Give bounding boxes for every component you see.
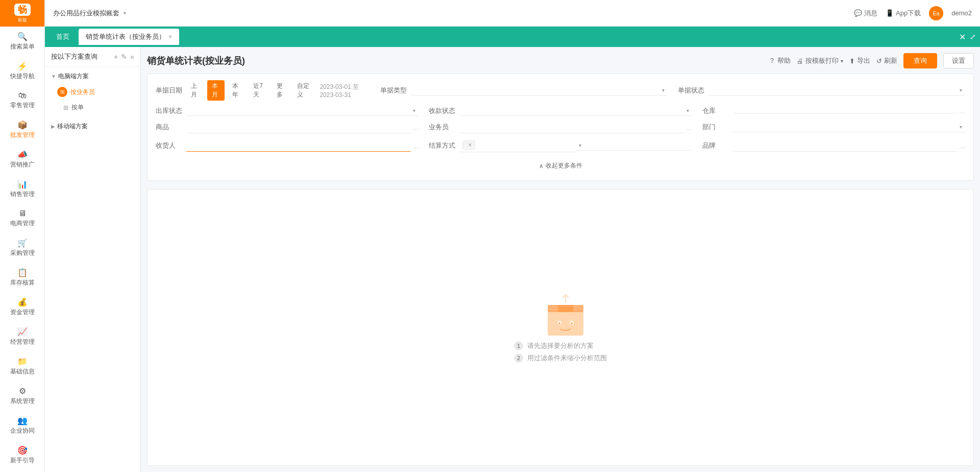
goods-input[interactable] bbox=[186, 121, 411, 133]
sidebar-item-search[interactable]: 🔍 搜索菜单 bbox=[0, 27, 44, 56]
tab-expand-button[interactable]: ✕ bbox=[959, 32, 966, 42]
collection-status-label: 收款状态 bbox=[429, 106, 459, 115]
consignee-more-icon[interactable]: ... bbox=[413, 141, 419, 150]
sidebar-item-purchase[interactable]: 🛒 采购管理 bbox=[0, 233, 44, 263]
help-button[interactable]: ？ 帮助 bbox=[769, 56, 791, 65]
bill-type-select[interactable]: ▾ bbox=[411, 85, 668, 96]
filter-field-warehouse: 仓库 ... bbox=[702, 106, 965, 115]
page-actions: ？ 帮助 🖨 按模板打印 ▾ ⬆ 导出 ↺ 刷新 bbox=[769, 53, 974, 68]
template-print-button[interactable]: 🖨 按模板打印 ▾ bbox=[797, 56, 843, 65]
brand-input[interactable] bbox=[733, 139, 958, 152]
date-label: 单据日期 bbox=[156, 86, 186, 95]
scheme-group-pc-title[interactable]: ▼ 电脑端方案 bbox=[45, 69, 140, 84]
page-title-bar: 销货单统计表(按业务员) ？ 帮助 🖨 按模板打印 ▾ ⬆ 导出 bbox=[147, 53, 974, 68]
sidebar-item-corp[interactable]: 👥 企业协同 bbox=[0, 411, 44, 440]
settlement-tag: × bbox=[462, 140, 475, 150]
salesperson-input[interactable] bbox=[459, 121, 684, 133]
svg-rect-2 bbox=[558, 305, 573, 312]
bill-status-select[interactable]: ▾ bbox=[708, 85, 965, 96]
out-status-select[interactable]: ▾ bbox=[186, 106, 419, 116]
print-icon: 🖨 bbox=[797, 57, 803, 65]
date-options: 上月 本月 本年 近7天 更多 自定义 2023-03-01 至 2023-03… bbox=[186, 80, 370, 101]
filter-field-brand: 品牌 ... bbox=[702, 139, 965, 152]
bill-status-arrow: ▾ bbox=[960, 87, 962, 93]
sidebar-item-basic[interactable]: 📁 基础信息 bbox=[0, 351, 44, 381]
sidebar-item-ecommerce[interactable]: 🖥 电商管理 bbox=[0, 204, 44, 233]
empty-state: 1 请先选择要分析的方案 2 用过滤条件来缩小分析范围 bbox=[147, 189, 974, 466]
app-download-button[interactable]: 📱 App下载 bbox=[886, 9, 921, 18]
filter-field-out-status: 出库状态 ▾ bbox=[156, 106, 419, 116]
salesperson-more-icon[interactable]: ... bbox=[686, 123, 692, 131]
hint-text-1: 请先选择要分析的方案 bbox=[527, 341, 594, 350]
sidebar-item-retail[interactable]: 🛍 零售管理 bbox=[0, 86, 44, 115]
sidebar-item-finance[interactable]: 💰 资金管理 bbox=[0, 292, 44, 322]
tab-close-icon[interactable]: × bbox=[168, 33, 172, 40]
sidebar-label-marketing: 营销推广 bbox=[10, 160, 35, 169]
filter-field-bill-status: 单据状态 ▾ bbox=[678, 85, 965, 96]
tab-maximize-button[interactable]: ⤢ bbox=[970, 33, 976, 41]
add-scheme-button[interactable]: + bbox=[114, 53, 118, 61]
filter-row-3: 商品 ... 业务员 ... 部门 ▾ bbox=[156, 121, 965, 133]
sub-scheme-icon: ⊞ bbox=[63, 104, 68, 111]
scheme-item-bill[interactable]: ⊞ 按单 bbox=[45, 100, 140, 115]
warehouse-label: 仓库 bbox=[702, 106, 733, 115]
collapse-label: 收起更多条件 bbox=[546, 161, 582, 170]
query-button[interactable]: 查询 bbox=[903, 53, 937, 68]
warehouse-select[interactable] bbox=[733, 109, 958, 113]
salesperson-label: 业务员 bbox=[429, 123, 459, 132]
date-btn-7days[interactable]: 近7天 bbox=[249, 80, 268, 101]
department-arrow: ▾ bbox=[960, 124, 962, 130]
date-btn-last-month[interactable]: 上月 bbox=[186, 80, 204, 101]
settlement-select[interactable]: ▾ bbox=[576, 140, 692, 151]
sidebar-item-system[interactable]: ⚙ 系统管理 bbox=[0, 381, 44, 411]
tab-sales-stat[interactable]: 销货单统计表（按业务员） × bbox=[79, 29, 179, 45]
sidebar-item-inventory[interactable]: 📋 库存核算 bbox=[0, 263, 44, 292]
refresh-button[interactable]: ↺ 刷新 bbox=[876, 56, 897, 65]
filter-field-consignee: 收货人 ... bbox=[156, 139, 419, 152]
date-btn-more[interactable]: 更多 bbox=[272, 80, 290, 101]
collection-status-select[interactable]: ▾ bbox=[459, 106, 692, 116]
goods-label: 商品 bbox=[156, 123, 186, 132]
sidebar-item-appstore[interactable]: 📱 应用中心 bbox=[0, 470, 44, 472]
date-btn-this-month[interactable]: 本月 bbox=[207, 80, 225, 101]
sidebar-label-search: 搜索菜单 bbox=[10, 42, 35, 51]
svg-point-5 bbox=[558, 322, 560, 324]
department-label: 部门 bbox=[702, 123, 733, 132]
scheme-item-bill-label: 按单 bbox=[71, 103, 84, 112]
refresh-icon: ↺ bbox=[876, 57, 882, 65]
scheme-item-salesperson[interactable]: 按 按业务员 bbox=[45, 84, 140, 100]
filter-panel: 单据日期 上月 本月 本年 近7天 更多 自定义 2023-03-01 至 20… bbox=[147, 74, 974, 181]
settings-button[interactable]: 设置 bbox=[943, 53, 974, 68]
date-btn-custom[interactable]: 自定义 bbox=[292, 80, 314, 101]
sidebar-item-quick[interactable]: ⚡ 快捷导航 bbox=[0, 56, 44, 86]
workspace-selector[interactable]: 办公用品行业模拟账套 ▾ bbox=[53, 9, 126, 18]
app-download-label: App下载 bbox=[896, 9, 921, 18]
message-button[interactable]: 💬 消息 bbox=[854, 9, 877, 18]
scheme-group-pc-label: 电脑端方案 bbox=[58, 72, 89, 81]
panel-header-label: 按以下方案查询 bbox=[51, 52, 97, 61]
export-button[interactable]: ⬆ 导出 bbox=[849, 56, 870, 65]
sidebar-item-marketing[interactable]: 📣 营销推广 bbox=[0, 145, 44, 174]
sidebar-item-guide[interactable]: 🎯 新手引导 bbox=[0, 440, 44, 470]
warehouse-more-icon[interactable]: ... bbox=[959, 107, 965, 115]
collapse-panel-button[interactable]: « bbox=[130, 53, 134, 61]
tab-home[interactable]: 首页 bbox=[49, 29, 77, 45]
consignee-input[interactable] bbox=[186, 139, 411, 152]
scheme-group-mobile-title[interactable]: ▶ 移动端方案 bbox=[45, 119, 140, 134]
sidebar-item-sales[interactable]: 📊 销售管理 bbox=[0, 174, 44, 204]
user-avatar[interactable]: Ea bbox=[929, 6, 943, 20]
collapse-button[interactable]: ∧ 收起更多条件 bbox=[539, 161, 582, 170]
sidebar-item-wholesale[interactable]: 📦 批发管理 bbox=[0, 115, 44, 145]
sidebar-item-operation[interactable]: 📈 经营管理 bbox=[0, 322, 44, 351]
left-panel-header: 按以下方案查询 + ✎ « bbox=[45, 47, 140, 67]
brand-more-icon[interactable]: ... bbox=[959, 141, 965, 150]
department-select[interactable]: ▾ bbox=[733, 122, 965, 132]
edit-scheme-button[interactable]: ✎ bbox=[121, 53, 127, 61]
search-icon: 🔍 bbox=[17, 32, 28, 41]
date-btn-this-year[interactable]: 本年 bbox=[228, 80, 246, 101]
sidebar-label-operation: 经营管理 bbox=[10, 338, 35, 346]
goods-more-icon[interactable]: ... bbox=[413, 123, 419, 131]
empty-hint: 1 请先选择要分析的方案 2 用过滤条件来缩小分析范围 bbox=[514, 341, 607, 363]
hint-num-1: 1 bbox=[514, 341, 523, 350]
settlement-tag-close[interactable]: × bbox=[468, 141, 472, 149]
